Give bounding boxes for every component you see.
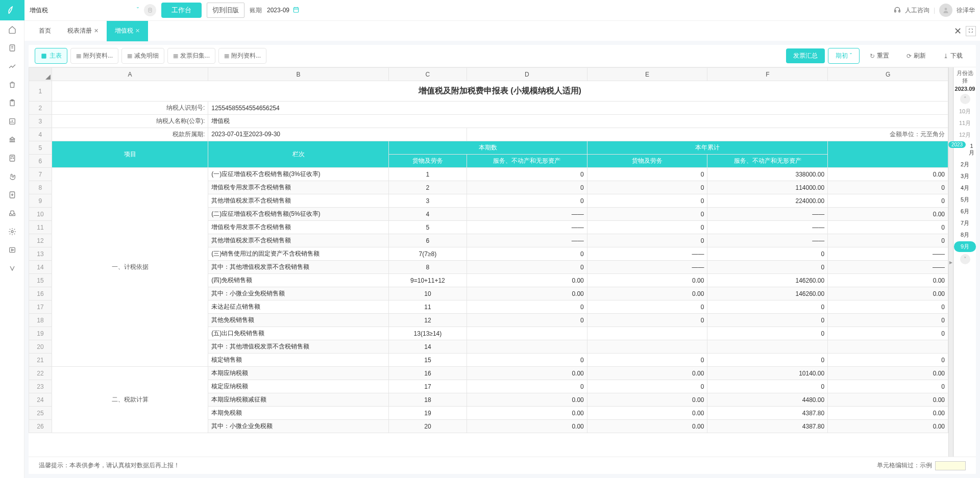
month-title: 月份选择 [954, 69, 976, 85]
col-header[interactable]: G [828, 68, 948, 81]
tab-0[interactable]: 首页 [31, 21, 59, 41]
svg-rect-24 [41, 54, 46, 58]
nav-clipboard-icon[interactable] [0, 94, 24, 112]
col-header[interactable]: A [52, 68, 208, 81]
tab-1[interactable]: 税表清册✕ [59, 21, 107, 41]
reset-button[interactable]: ↻重置 [863, 48, 896, 63]
invoice-summary-button[interactable]: 发票汇总 [786, 48, 825, 63]
download-icon: ⤓ [943, 53, 948, 60]
month-down-icon[interactable]: ˅ [960, 254, 970, 264]
svg-rect-22 [899, 10, 900, 12]
refresh-icon: ⟳ [906, 53, 912, 60]
month-item[interactable]: 7月 [954, 218, 976, 229]
footer-bar: 温馨提示：本表供参考，请认真核对数据后再上报！ 单元格编辑过：示例 [29, 457, 976, 474]
fullscreen-icon[interactable] [966, 26, 976, 36]
user-name: 徐泽华 [957, 6, 975, 15]
svg-marker-13 [11, 249, 13, 251]
close-all-icon[interactable]: ✕ [954, 26, 962, 37]
table-row[interactable]: 22二、税款计算本期应纳税额160.000.0010140.000.00 [29, 367, 948, 380]
month-item[interactable]: 11月 [954, 118, 976, 129]
nav-video-icon[interactable] [0, 241, 24, 259]
year-tag: 2023 [948, 141, 966, 148]
tab-2[interactable]: 增值税✕ [107, 21, 148, 41]
edit-legend-label: 单元格编辑过：示例 [877, 461, 932, 470]
company-selector[interactable]: 增值税 [30, 6, 132, 15]
switch-old-button[interactable]: 切到旧版 [207, 3, 244, 18]
left-sidebar [0, 0, 24, 478]
month-item[interactable]: 9月 [954, 241, 976, 252]
svg-point-11 [11, 231, 13, 233]
nav-v-icon[interactable] [0, 259, 24, 278]
download-button[interactable]: ⤓下载 [936, 48, 970, 63]
svg-rect-21 [895, 10, 896, 12]
consult-link[interactable]: 人工咨询 [905, 6, 929, 15]
period-value[interactable]: 2023-09 [267, 6, 300, 15]
nav-inbox-icon[interactable] [0, 204, 24, 222]
col-header[interactable]: E [587, 68, 707, 81]
svg-point-9 [13, 158, 13, 158]
nav-chart-icon[interactable] [0, 57, 24, 76]
calendar-icon [292, 6, 300, 15]
month-item[interactable]: 2月 [954, 159, 976, 170]
month-panel: 月份选择 2023.09 ˄ 10月11月12月20231月2月3月4月5月6月… [953, 67, 976, 457]
period-init-button[interactable]: 期初 ˇ [828, 48, 860, 64]
subtab-1[interactable]: ▦附列资料... [70, 48, 118, 64]
topbar: 增值税 ˇ 工作台 切到旧版 账期 2023-09 人工咨询 | 徐泽华 [24, 0, 980, 20]
nav-settings-icon[interactable] [0, 222, 24, 241]
reset-icon: ↻ [870, 53, 875, 60]
nav-report-icon[interactable] [0, 112, 24, 131]
month-item[interactable]: 10月 [954, 106, 976, 117]
month-item[interactable]: 3月 [954, 171, 976, 182]
col-header[interactable]: F [707, 68, 828, 81]
svg-point-8 [11, 158, 11, 158]
month-up-icon[interactable]: ˄ [960, 94, 970, 104]
circle-doc-icon[interactable] [144, 4, 156, 16]
month-item[interactable]: 12月 [954, 130, 976, 140]
app-logo [0, 0, 24, 20]
subtab-4[interactable]: ▦附列资料... [218, 48, 266, 64]
nav-calc-icon[interactable] [0, 149, 24, 167]
svg-rect-17 [293, 7, 298, 12]
footer-tip: 温馨提示：本表供参考，请认真核对数据后再上报！ [39, 461, 180, 470]
nav-doc-icon[interactable] [0, 39, 24, 57]
nav-hand-icon[interactable] [0, 167, 24, 186]
month-item[interactable]: 4月 [954, 183, 976, 193]
refresh-button[interactable]: ⟳刷新 [899, 48, 933, 63]
nav-export-icon[interactable] [0, 186, 24, 204]
svg-point-23 [945, 8, 947, 10]
month-item[interactable]: 5月 [954, 194, 976, 205]
spreadsheet[interactable]: ABCDEFG1增值税及附加税费申报表 (小规模纳税人适用)2纳税人识别号:12… [29, 67, 948, 457]
subtab-3[interactable]: ▦发票归集... [167, 48, 215, 64]
tab-close-icon[interactable]: ✕ [135, 28, 140, 34]
edit-legend-swatch [935, 461, 966, 470]
sheet-title: 增值税及附加税费申报表 (小规模纳税人适用) [52, 81, 948, 102]
subtab-0[interactable]: 主表 [35, 48, 67, 64]
tab-close-icon[interactable]: ✕ [94, 28, 99, 34]
tabs-bar: 首页税表清册✕增值税✕ ✕ [24, 20, 980, 41]
chevron-down-icon: ˇ [850, 53, 852, 60]
company-name: 增值税 [30, 6, 48, 15]
period-label: 账期 [250, 6, 262, 15]
nav-home-icon[interactable] [0, 20, 24, 39]
col-header[interactable]: C [388, 68, 467, 81]
headset-icon [894, 6, 901, 15]
subtabs-bar: 主表▦附列资料...▦减免明细▦发票归集...▦附列资料... 发票汇总 期初 … [29, 45, 976, 67]
table-row[interactable]: 7一、计税依据(一)应征增值税不含税销售额(3%征收率)100338000.00… [29, 168, 948, 181]
nav-temple-icon[interactable] [0, 131, 24, 149]
month-item[interactable]: 8月 [954, 230, 976, 240]
col-header[interactable]: D [467, 68, 587, 81]
subtab-2[interactable]: ▦减免明细 [121, 48, 164, 64]
month-item[interactable]: 1月 [966, 141, 976, 158]
chevron-down-icon[interactable]: ˇ [137, 7, 139, 14]
collapse-handle[interactable]: ▸ [948, 67, 953, 457]
month-year: 2023.09 [955, 86, 975, 92]
workbench-button[interactable]: 工作台 [161, 3, 202, 18]
nav-bag-icon[interactable] [0, 76, 24, 94]
month-item[interactable]: 6月 [954, 206, 976, 217]
grid-corner[interactable] [29, 68, 52, 81]
avatar-icon[interactable] [939, 4, 952, 17]
col-header[interactable]: B [208, 68, 389, 81]
